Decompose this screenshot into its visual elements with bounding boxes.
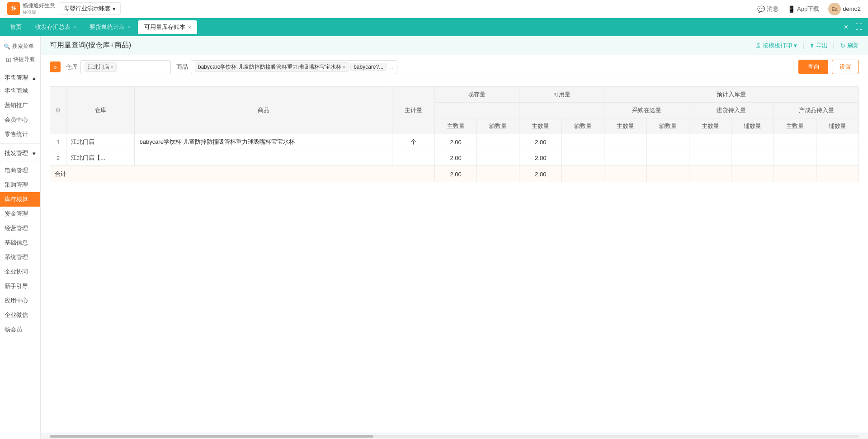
page-actions: 按模板打印 ▾ | 导出 | 刷新 (755, 42, 859, 50)
industry-name: 母婴行业演示账套 (64, 5, 111, 13)
row-finished-pending-sub (816, 134, 859, 150)
tab-home-label: 首页 (10, 23, 22, 31)
logo-text-area: 畅捷通好生意 标准版 (23, 2, 55, 15)
warehouse-filter-group: 仓库 江北门店 × (66, 60, 171, 74)
footer-available-main: 2.00 (519, 166, 562, 182)
sidebar-quick-nav[interactable]: 快捷导航 (0, 53, 40, 66)
goods-tag-1-close[interactable]: × (343, 64, 345, 70)
refresh-button[interactable]: 刷新 (840, 42, 859, 50)
tab-order-stat[interactable]: 要货单统计表 × (83, 20, 137, 34)
row-goods (135, 150, 392, 166)
goods-tag-1-label: babycare学饮杯 儿童防摔防撞吸管杯重力球吸嘴杯宝宝水杯 (198, 63, 341, 71)
sidebar-item-purchase[interactable]: 采购管理 (0, 178, 40, 192)
col-warehouse-header: 仓库 (66, 87, 135, 134)
sidebar-search[interactable]: 搜索菜单 (0, 40, 40, 53)
tab-recv-send-close[interactable]: × (73, 24, 76, 30)
settings-gear-icon[interactable]: ⚙ (55, 107, 61, 114)
topbar: 好 畅捷通好生意 标准版 母婴行业演示账套 ▾ 消息 App下载 Ea demo… (0, 0, 868, 18)
sidebar-item-wechat[interactable]: 企业微信 (0, 308, 40, 322)
sidebar-item-newguide[interactable]: 新手引导 (0, 279, 40, 293)
col-incoming-pending-main-header: 主数量 (689, 118, 731, 134)
footer-fp-main (774, 166, 816, 182)
row-seq: 1 (50, 134, 66, 150)
goods-label: 商品 (176, 63, 188, 71)
sidebar-item-appcenter[interactable]: 应用中心 (0, 293, 40, 308)
col-available-header: 可用量 (519, 87, 604, 103)
separator-2: | (833, 42, 835, 49)
avatar: Ea (828, 3, 841, 15)
fullscreen-button[interactable]: ⛶ (854, 21, 864, 33)
username: demo2 (843, 5, 861, 12)
sidebar-item-retail-mall[interactable]: 零售商城 (0, 84, 40, 98)
sidebar-search-label: 搜索菜单 (12, 42, 34, 50)
row-incoming-pending-sub (731, 134, 774, 150)
row-available-main: 2.00 (519, 134, 562, 150)
tab-available-stock-close[interactable]: × (188, 24, 191, 30)
table-row: 1 江北门店 babycare学饮杯 儿童防摔防撞吸管杯重力球吸嘴杯宝宝水杯 个… (50, 134, 859, 150)
goods-filter-group: 商品 babycare学饮杯 儿童防摔防撞吸管杯重力球吸嘴杯宝宝水杯 × bab… (176, 60, 397, 74)
divider-1 (0, 143, 40, 144)
sidebar-wholesale-label: 批发管理 (5, 149, 28, 157)
col-available-sub-header2: 辅数量 (562, 118, 604, 134)
sidebar-item-ecommerce[interactable]: 电商管理 (0, 163, 40, 178)
row-stock-main: 2.00 (434, 134, 477, 150)
goods-tag-input[interactable]: babycare学饮杯 儿童防摔防撞吸管杯重力球吸嘴杯宝宝水杯 × babyca… (191, 60, 397, 74)
sidebar-item-marketing[interactable]: 营销推广 (0, 98, 40, 113)
settings-button[interactable]: 设置 (832, 60, 859, 74)
goods-tag-2-label: babycare?... (354, 64, 383, 70)
filter-actions: 查询 设置 (798, 60, 859, 74)
sidebar-item-system[interactable]: 系统管理 (0, 250, 40, 264)
row-stock-sub (477, 134, 519, 150)
row-warehouse: 江北门店【... (66, 150, 135, 166)
footer-pt-sub (646, 166, 689, 182)
print-icon (755, 42, 761, 49)
col-incoming-pending-header: 进货待入量 (689, 103, 774, 118)
app-download-action[interactable]: App下载 (788, 5, 819, 13)
row-incoming-pending-main (689, 150, 731, 166)
row-available-main: 2.00 (519, 150, 562, 166)
tab-available-stock[interactable]: 可用量库存账本 × (138, 20, 197, 34)
export-button[interactable]: 导出 (810, 42, 828, 50)
footer-stock-sub (477, 166, 519, 182)
tab-recv-send[interactable]: 收发存汇总表 × (29, 20, 82, 34)
logo-area: 好 畅捷通好生意 标准版 (7, 2, 55, 15)
sidebar-item-member[interactable]: 畅会员 (0, 322, 40, 337)
divider-2 (0, 161, 40, 161)
row-goods: babycare学饮杯 儿童防摔防撞吸管杯重力球吸嘴杯宝宝水杯 (135, 134, 392, 150)
sidebar-item-inventory[interactable]: 库存核算 (0, 192, 40, 207)
row-available-sub (562, 134, 604, 150)
sidebar-section-wholesale[interactable]: 批发管理 ▾ (0, 146, 40, 159)
sidebar-item-retail-stat[interactable]: 零售统计 (0, 127, 40, 142)
goods-filter-more[interactable]: ... (388, 64, 393, 71)
industry-selector[interactable]: 母婴行业演示账套 ▾ (59, 2, 121, 15)
warehouse-tag-close[interactable]: × (111, 64, 113, 70)
sidebar-item-finance[interactable]: 资金管理 (0, 207, 40, 221)
col-incoming-pending-sub-header: 辅数量 (731, 118, 774, 134)
row-stock-main: 2.00 (434, 150, 477, 166)
tab-home[interactable]: 首页 (4, 20, 28, 34)
filter-expand-button[interactable]: » (50, 61, 61, 72)
sidebar-item-enterprise[interactable]: 企业协同 (0, 264, 40, 279)
footer-ip-sub (731, 166, 774, 182)
message-label: 消息 (767, 5, 778, 13)
col-finished-pending-sub-header: 辅数量 (816, 118, 859, 134)
warehouse-tag-input[interactable]: 江北门店 × (80, 60, 171, 74)
col-available-main-header: 主数量 (519, 118, 562, 134)
sidebar-section-retail[interactable]: 零售管理 ▴ (0, 70, 40, 84)
sidebar-item-operations[interactable]: 经营管理 (0, 221, 40, 236)
col-unit-header: 主计量 (392, 87, 434, 134)
separator-1: | (802, 42, 804, 49)
print-button[interactable]: 按模板打印 ▾ (755, 42, 797, 50)
warehouse-tag-label: 江北门店 (88, 63, 109, 71)
footer-stock-main: 2.00 (434, 166, 477, 182)
sidebar-item-basic[interactable]: 基础信息 (0, 236, 40, 250)
message-action[interactable]: 消息 (757, 5, 778, 13)
print-chevron: ▾ (794, 42, 797, 49)
close-all-tabs-button[interactable]: × (842, 21, 850, 33)
query-button[interactable]: 查询 (798, 60, 828, 74)
refresh-label: 刷新 (847, 42, 859, 50)
user-area[interactable]: Ea demo2 (828, 3, 861, 15)
sidebar-item-member-center[interactable]: 会员中心 (0, 113, 40, 127)
horizontal-scrollbar[interactable] (41, 433, 868, 439)
tab-order-stat-close[interactable]: × (127, 24, 130, 30)
